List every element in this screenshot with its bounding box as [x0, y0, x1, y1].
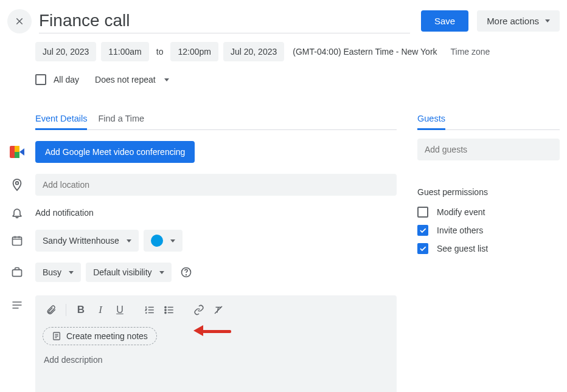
chevron-down-icon: [170, 239, 175, 242]
chevron-down-icon: [159, 271, 164, 274]
see-guest-list-label: See guest list: [437, 244, 488, 253]
svg-rect-2: [13, 270, 22, 277]
end-time-chip[interactable]: 12:00pm: [170, 42, 218, 61]
help-icon: [180, 266, 192, 278]
start-date-chip[interactable]: Jul 20, 2023: [35, 42, 96, 61]
clear-format-button[interactable]: [210, 301, 227, 318]
paperclip-icon: [46, 304, 57, 315]
description-placeholder[interactable]: Add description: [35, 348, 397, 372]
notes-chip-label: Create meeting notes: [66, 331, 148, 341]
svg-point-7: [165, 312, 166, 313]
italic-button[interactable]: I: [92, 301, 109, 318]
timezone-text: (GMT-04:00) Eastern Time - New York: [289, 47, 440, 57]
create-meeting-notes-button[interactable]: Create meeting notes: [43, 327, 157, 345]
modify-event-label: Modify event: [437, 207, 485, 217]
invite-others-label: Invite others: [437, 225, 483, 235]
calendar-owner-dropdown[interactable]: Sandy Writtenhouse: [35, 230, 139, 252]
add-notification-link[interactable]: Add notification: [35, 208, 94, 218]
underline-button[interactable]: U: [111, 301, 128, 318]
chevron-down-icon: [545, 19, 550, 22]
svg-point-5: [165, 306, 166, 308]
more-actions-button[interactable]: More actions: [477, 10, 560, 32]
start-time-chip[interactable]: 11:00am: [101, 42, 148, 61]
owner-label: Sandy Writtenhouse: [43, 236, 119, 246]
availability-dropdown[interactable]: Busy: [35, 263, 81, 282]
chevron-down-icon: [164, 78, 169, 81]
invite-others-checkbox[interactable]: [417, 225, 428, 236]
all-day-checkbox[interactable]: [35, 74, 46, 85]
description-icon: [7, 293, 27, 311]
add-meet-button[interactable]: Add Google Meet video conferencing: [35, 141, 195, 163]
list-ordered-icon: [144, 304, 155, 315]
briefcase-icon: [7, 266, 27, 278]
list-bullet-icon: [164, 304, 175, 315]
color-dot-icon: [151, 235, 163, 247]
annotation-arrow: [193, 325, 231, 336]
tab-event-details[interactable]: Event Details: [35, 109, 87, 130]
visibility-help[interactable]: [176, 263, 196, 282]
svg-rect-1: [13, 237, 22, 245]
numbered-list-button[interactable]: [141, 301, 158, 318]
visibility-label: Default visibility: [93, 267, 151, 277]
location-icon: [7, 178, 27, 191]
all-day-label: All day: [54, 75, 79, 84]
guest-permissions-title: Guest permissions: [417, 187, 560, 197]
end-date-chip[interactable]: Jul 20, 2023: [223, 42, 284, 61]
svg-point-4: [186, 275, 186, 275]
add-guests-input[interactable]: [417, 139, 560, 160]
availability-label: Busy: [43, 267, 61, 277]
meet-icon: [7, 146, 27, 158]
modify-event-checkbox[interactable]: [417, 207, 428, 218]
tab-guests[interactable]: Guests: [417, 109, 445, 130]
event-color-dropdown[interactable]: [144, 230, 183, 252]
bell-icon: [7, 207, 27, 219]
close-icon: [14, 16, 25, 27]
visibility-dropdown[interactable]: Default visibility: [86, 263, 171, 282]
more-actions-label: More actions: [487, 16, 539, 26]
svg-point-0: [16, 182, 19, 185]
notes-icon: [52, 331, 61, 341]
location-input[interactable]: [35, 174, 397, 196]
attach-button[interactable]: [43, 301, 60, 318]
to-label: to: [154, 47, 166, 57]
chevron-down-icon: [127, 239, 131, 242]
see-guest-list-checkbox[interactable]: [417, 243, 428, 254]
link-button[interactable]: [190, 301, 207, 318]
timezone-link[interactable]: Time zone: [446, 47, 490, 57]
repeat-dropdown[interactable]: Does not repeat: [86, 70, 178, 89]
bulleted-list-button[interactable]: [161, 301, 178, 318]
event-title-input[interactable]: [39, 9, 410, 33]
repeat-label: Does not repeat: [95, 75, 156, 84]
link-icon: [193, 304, 204, 315]
save-button[interactable]: Save: [421, 10, 468, 32]
tab-find-a-time[interactable]: Find a Time: [98, 109, 144, 129]
calendar-icon: [7, 235, 27, 247]
chevron-down-icon: [69, 271, 74, 274]
close-button[interactable]: [7, 9, 32, 33]
bold-button[interactable]: B: [72, 301, 89, 318]
svg-point-6: [165, 309, 166, 311]
clear-format-icon: [213, 304, 224, 315]
